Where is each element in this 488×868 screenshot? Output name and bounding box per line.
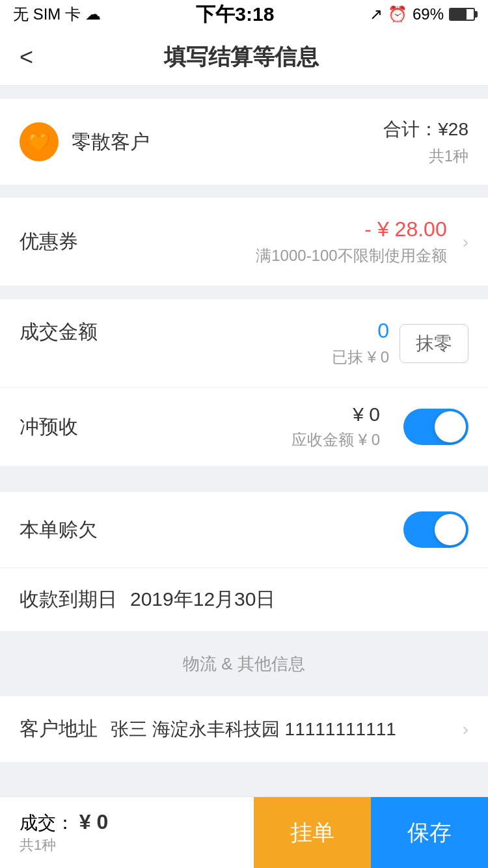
page-title: 填写结算等信息 — [46, 42, 436, 72]
address-chevron-icon: › — [463, 719, 468, 740]
hold-button[interactable]: 挂单 — [254, 797, 371, 869]
nav-bar: < 填写结算等信息 — [0, 29, 488, 86]
coupon-right: - ¥ 28.00 满1000-100不限制使用金额 › — [256, 217, 468, 266]
customer-total: 合计：¥28 — [383, 117, 468, 142]
advance-toggle[interactable] — [403, 409, 468, 445]
debt-toggle-knob — [435, 514, 466, 545]
location-icon: ↗ — [370, 5, 383, 23]
logistics-divider: 物流 & 其他信息 — [0, 644, 488, 683]
status-right: ↗ ⏰ 69% — [370, 5, 475, 23]
coupon-row[interactable]: 优惠券 - ¥ 28.00 满1000-100不限制使用金额 › — [0, 198, 488, 286]
advance-label: 冲预收 — [20, 414, 78, 441]
round-zero-button[interactable]: 抹零 — [400, 324, 468, 363]
bottom-bar: 成交： ¥ 0 共1种 挂单 保存 — [0, 796, 488, 868]
transaction-value-wrapper: 0 已抹 ¥ 0 — [332, 319, 389, 368]
divider-3 — [0, 466, 488, 479]
bottom-summary: 成交： ¥ 0 共1种 — [0, 810, 254, 855]
divider-1 — [0, 185, 488, 198]
due-date-value: 2019年12月30日 — [130, 586, 275, 613]
advance-value: ¥ 0 — [291, 403, 380, 426]
status-left: 无 SIM 卡 ☁ — [13, 4, 101, 25]
alarm-icon: ⏰ — [388, 5, 407, 23]
debt-label: 本单赊欠 — [20, 517, 98, 543]
transaction-label: 成交金额 — [20, 319, 98, 346]
customer-avatar: 🧡 — [20, 122, 59, 161]
due-date-row[interactable]: 收款到期日 2019年12月30日 — [0, 567, 488, 631]
avatar-icon: 🧡 — [28, 131, 51, 153]
coupon-section: 优惠券 - ¥ 28.00 满1000-100不限制使用金额 › — [0, 198, 488, 286]
coupon-label: 优惠券 — [20, 228, 78, 255]
bottom-summary-row: 成交： ¥ 0 — [20, 810, 234, 835]
back-button[interactable]: < — [20, 37, 46, 77]
coupon-value-wrapper: - ¥ 28.00 满1000-100不限制使用金额 — [256, 217, 446, 266]
transaction-section: 成交金额 0 已抹 ¥ 0 抹零 冲预收 ¥ 0 应收金额 ¥ 0 — [0, 299, 488, 466]
address-row[interactable]: 客户地址 张三 海淀永丰科技园 11111111111 › — [0, 696, 488, 762]
customer-summary: 合计：¥28 共1种 — [383, 117, 468, 167]
battery-icon — [449, 8, 475, 21]
battery-percent: 69% — [413, 5, 444, 23]
address-label: 客户地址 — [20, 716, 98, 742]
divider-2 — [0, 286, 488, 299]
logistics-label: 物流 & 其他信息 — [183, 653, 305, 675]
customer-count: 共1种 — [383, 146, 468, 167]
already-rounded: 已抹 ¥ 0 — [332, 347, 389, 368]
sim-status: 无 SIM 卡 ☁ — [13, 4, 101, 25]
save-button[interactable]: 保存 — [371, 797, 488, 869]
chevron-right-icon: › — [463, 232, 468, 252]
debt-toggle[interactable] — [403, 511, 468, 548]
toggle-knob — [435, 411, 466, 442]
due-date-label: 收款到期日 — [20, 586, 117, 613]
status-bar: 无 SIM 卡 ☁ 下午3:18 ↗ ⏰ 69% — [0, 0, 488, 29]
transaction-value: 0 — [332, 319, 389, 343]
transaction-right: 0 已抹 ¥ 0 抹零 — [332, 319, 468, 368]
bottom-summary-label: 成交： — [20, 813, 74, 833]
advance-receivable: 应收金额 ¥ 0 — [291, 429, 380, 450]
advance-value-wrapper: ¥ 0 应收金额 ¥ 0 — [291, 403, 380, 450]
debt-section: 本单赊欠 — [0, 492, 488, 567]
address-value: 张三 海淀永丰科技园 11111111111 — [111, 717, 457, 742]
advance-row: 冲预收 ¥ 0 应收金额 ¥ 0 — [0, 387, 488, 466]
advance-right: ¥ 0 应收金额 ¥ 0 — [291, 403, 468, 450]
coupon-description: 满1000-100不限制使用金额 — [256, 245, 446, 266]
customer-name: 零散客户 — [72, 129, 150, 156]
transaction-row: 成交金额 0 已抹 ¥ 0 抹零 — [0, 299, 488, 387]
bottom-summary-value: ¥ 0 — [79, 810, 108, 834]
coupon-discount: - ¥ 28.00 — [256, 217, 446, 241]
customer-section: 🧡 零散客户 合计：¥28 共1种 — [0, 99, 488, 185]
customer-info: 🧡 零散客户 — [20, 122, 150, 161]
status-time: 下午3:18 — [196, 1, 274, 28]
bottom-summary-count: 共1种 — [20, 835, 234, 855]
